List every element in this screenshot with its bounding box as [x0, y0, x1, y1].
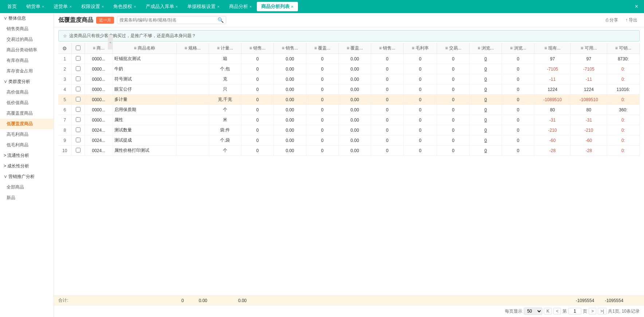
col-stock3-header: ≡ 可销...	[607, 43, 639, 54]
row-checkbox[interactable]	[71, 95, 85, 105]
nav-product-analysis-close[interactable]: ×	[250, 4, 252, 9]
row-c1: 0	[306, 74, 338, 84]
row-b1[interactable]: 0	[470, 135, 502, 146]
nav-product-analysis-list[interactable]: 商品分析列表 ×	[257, 2, 298, 11]
row-checkbox[interactable]	[71, 146, 85, 156]
row-num: 3	[58, 74, 71, 84]
sidebar-collapse-button[interactable]: «	[108, 35, 113, 49]
nav-roles-close[interactable]: ×	[134, 4, 136, 9]
row-c2: 0.00	[338, 105, 371, 115]
row-margin: 0	[403, 95, 437, 105]
first-page-button[interactable]: K	[544, 308, 552, 314]
page-size-label: 每页显示	[505, 308, 522, 314]
row-checkbox[interactable]	[71, 54, 85, 64]
sidebar-item-sales-goods[interactable]: 销售类商品	[0, 24, 54, 34]
sidebar-item-high-value[interactable]: 高价值商品	[0, 87, 54, 98]
row-b1[interactable]: 0	[470, 54, 502, 64]
sidebar-item-all-goods[interactable]: 全部商品	[0, 182, 54, 193]
share-button[interactable]: ⎙ 分享	[604, 16, 620, 24]
row-c2: 0.00	[338, 135, 371, 146]
row-checkbox[interactable]	[71, 135, 85, 146]
sidebar-item-stock-capital[interactable]: 库存资金占用	[0, 66, 54, 76]
sidebar-item-low-value[interactable]: 低价值商品	[0, 98, 54, 108]
row-unit: 箱	[209, 54, 241, 64]
nav-template-close[interactable]: ×	[217, 4, 219, 9]
row-c1: 0	[306, 95, 338, 105]
sidebar-section-cluster[interactable]: ∨ 类群度分析	[0, 76, 54, 87]
nav-product-inbound[interactable]: 产成品入库单 ×	[141, 2, 182, 11]
nav-purchase-close[interactable]: ×	[69, 4, 71, 9]
row-c1: 0	[306, 54, 338, 64]
row-b1[interactable]: 0	[470, 105, 502, 115]
sidebar-item-new-goods[interactable]: 新品	[0, 193, 54, 203]
settings-icon[interactable]: ⚙	[62, 45, 67, 51]
row-b1[interactable]: 0	[470, 74, 502, 84]
page-size-select[interactable]: 50 100 200	[524, 308, 542, 315]
row-stock2: -210	[571, 125, 607, 135]
row-stock1: -60	[534, 135, 571, 146]
row-unit: 袋,件	[209, 125, 241, 135]
nav-product-analysis-list-close[interactable]: ×	[291, 4, 293, 9]
nav-sales-close[interactable]: ×	[42, 4, 44, 9]
row-checkbox[interactable]	[71, 84, 85, 95]
sidebar-item-low-coverage[interactable]: 低覆盖度商品	[0, 119, 54, 129]
sidebar-item-category-rate[interactable]: 商品分类动销率	[0, 45, 54, 55]
nav-permissions-close[interactable]: ×	[102, 4, 104, 9]
row-b1[interactable]: 0	[470, 84, 502, 95]
row-margin: 0	[403, 125, 437, 135]
next-page-button[interactable]: >	[589, 308, 596, 314]
window-close-button[interactable]: ×	[632, 3, 641, 10]
select-all-checkbox[interactable]	[76, 45, 80, 50]
row-margin: 0	[403, 54, 437, 64]
sidebar-item-high-coverage[interactable]: 高覆盖度商品	[0, 108, 54, 119]
sidebar-item-low-margin[interactable]: 低毛利商品	[0, 140, 54, 150]
row-checkbox[interactable]	[71, 125, 85, 135]
prev-page-button[interactable]: <	[553, 308, 561, 314]
row-b1[interactable]: 0	[470, 95, 502, 105]
row-num: 9	[58, 135, 71, 146]
nav-home[interactable]: 首页	[3, 2, 21, 11]
row-name: 旺铺批次测试	[113, 54, 176, 64]
row-b1[interactable]: 0	[470, 125, 502, 135]
sidebar-item-high-margin[interactable]: 高毛利商品	[0, 129, 54, 140]
nav-roles[interactable]: 角色授权 ×	[109, 2, 140, 11]
table-row: 4 0000... 眼宝公仔 只 0 0.00 0 0.00 0 0 0 0 0…	[58, 84, 640, 95]
last-page-button[interactable]: >|	[598, 308, 606, 314]
sidebar-item-in-stock[interactable]: 有库存商品	[0, 55, 54, 66]
filter-period-button[interactable]: 近一月	[96, 17, 114, 24]
row-checkbox[interactable]	[71, 74, 85, 84]
nav-permissions[interactable]: 权限设置 ×	[77, 2, 108, 11]
nav-purchase[interactable]: 进货单 ×	[49, 2, 76, 11]
row-code: 0024...	[85, 135, 113, 146]
sidebar-item-traded-goods[interactable]: 交易过的商品	[0, 34, 54, 45]
row-b1[interactable]: 0	[470, 64, 502, 74]
row-stock2: -7105	[571, 64, 607, 74]
row-checkbox[interactable]	[71, 115, 85, 125]
row-checkbox[interactable]	[71, 105, 85, 115]
search-input[interactable]	[119, 17, 216, 23]
row-b1[interactable]: 0	[470, 146, 502, 156]
row-trade: 0	[437, 125, 470, 135]
sidebar-section-marketing[interactable]: ∨ 营销推广分析	[0, 171, 54, 182]
row-b2: 0	[502, 146, 534, 156]
nav-sales[interactable]: 销货单 ×	[22, 2, 48, 11]
row-b1[interactable]: 0	[470, 115, 502, 125]
row-num: 10	[58, 146, 71, 156]
col-checkbox[interactable]	[71, 43, 85, 54]
row-num: 6	[58, 105, 71, 115]
export-button[interactable]: ↑ 导出	[623, 16, 640, 24]
row-checkbox[interactable]	[71, 64, 85, 74]
nav-product-inbound-close[interactable]: ×	[176, 4, 178, 9]
col-settings[interactable]: ⚙	[58, 43, 71, 54]
nav-product-analysis[interactable]: 商品分析 ×	[225, 2, 256, 11]
search-icon[interactable]: 🔍	[217, 17, 224, 23]
sidebar-section-overall[interactable]: ∨ 整体信息	[0, 13, 54, 24]
sidebar-section-flow[interactable]: > 流通性分析	[0, 150, 54, 161]
sidebar-section-growth[interactable]: > 成长性分析	[0, 161, 54, 171]
row-c1: 0	[306, 125, 338, 135]
row-c1: 0	[306, 64, 338, 74]
row-c1: 0	[306, 115, 338, 125]
page-number-input[interactable]	[568, 308, 581, 314]
nav-template[interactable]: 单据模板设置 ×	[183, 2, 224, 11]
row-code: 0024...	[85, 125, 113, 135]
